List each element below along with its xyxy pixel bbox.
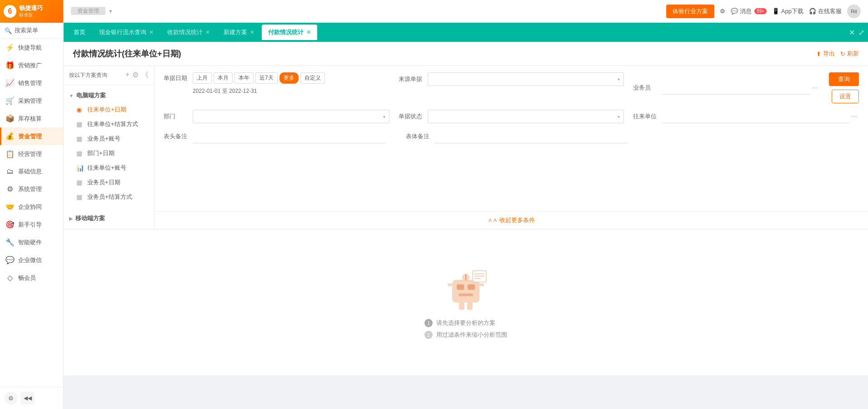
source-select-box[interactable]: ▾ — [428, 72, 624, 86]
status-select[interactable]: ▾ — [428, 110, 624, 123]
collapse-bar[interactable]: ∧∧ 收起更多条件 — [155, 211, 868, 229]
export-button[interactable]: ⬆ 导出 — [816, 50, 835, 58]
date-more-btn[interactable]: 更多 — [279, 72, 299, 84]
body-note-input[interactable] — [435, 130, 628, 143]
scheme-item-partner-date[interactable]: ◉ 往来单位+日期 — [64, 102, 154, 117]
scheme-desktop-header[interactable]: ▼ 电脑端方案 — [64, 89, 154, 102]
scheme-panel: 按以下方案查询 + ⚙ 《 ▼ 电脑端方案 ◉ 往来单位+日期 — [64, 66, 155, 229]
scheme-table-icon-3: ▦ — [76, 150, 84, 157]
scheme-item-partner-account[interactable]: 📊 往来单位+账号 — [64, 161, 154, 175]
sidebar-item-member[interactable]: ◇ 畅会员 — [0, 269, 63, 287]
enterprise-icon: 🤝 — [5, 202, 15, 211]
breadcrumb-path: 资金管理 — [71, 7, 105, 15]
sidebar-item-finance[interactable]: 💰 资金管理 — [0, 127, 63, 145]
guide-icon: 🎯 — [5, 220, 15, 229]
tab-receipt-stats-close[interactable]: ✕ — [205, 29, 210, 35]
tab-maximize-button[interactable]: ⤢ — [858, 28, 864, 37]
date-range-btns: 上月 本月 本年 近7天 更多 自定义 — [193, 72, 325, 84]
tab-payment-stats[interactable]: 付款情况统计 ✕ — [262, 25, 317, 40]
finance-icon: 💰 — [5, 132, 15, 141]
scheme-add-button[interactable]: + — [125, 71, 130, 80]
source-select[interactable]: ▾ — [428, 72, 624, 86]
staff-ellipsis[interactable]: ··· — [810, 84, 820, 92]
scheme-panel-header: 按以下方案查询 + ⚙ 《 — [64, 66, 154, 85]
dept-select[interactable]: ▾ — [193, 110, 389, 123]
sidebar-item-system[interactable]: ⚙ 系统管理 — [0, 180, 63, 198]
sidebar-item-sales[interactable]: 📈 销售管理 — [0, 74, 63, 92]
scheme-item-staff-date[interactable]: ▦ 业务员+日期 — [64, 175, 154, 190]
filter-layout: 按以下方案查询 + ⚙ 《 ▼ 电脑端方案 ◉ 往来单位+日期 — [64, 66, 868, 229]
sidebar-item-wechat[interactable]: 💬 企业微信 — [0, 251, 63, 269]
query-button[interactable]: 查询 — [829, 72, 859, 86]
scheme-item-staff-settlement[interactable]: ▦ 业务员+结算方式 — [64, 190, 154, 204]
body-note-label: 表体备注 — [406, 132, 431, 141]
quick-nav-icon: ⚡ — [5, 43, 15, 52]
scheme-item-dept-date[interactable]: ▦ 部门+日期 — [64, 146, 154, 161]
notification-button[interactable]: 💬 消息 99+ — [731, 7, 767, 15]
date-this-year-btn[interactable]: 本年 — [234, 72, 254, 84]
basic-icon: 🗂 — [5, 167, 15, 176]
search-icon: 🔍 — [5, 27, 12, 34]
scheme-mobile-header[interactable]: ▶ 移动端方案 — [64, 212, 154, 225]
tab-home[interactable]: 首页 — [67, 25, 92, 40]
sidebar-item-marketing[interactable]: 🎁 营销推广 — [0, 56, 63, 74]
app-download-button[interactable]: 📱 App下载 — [772, 7, 803, 15]
filter-partner-field: 往来单位 ··· — [633, 110, 859, 123]
date-last-7-btn[interactable]: 近7天 — [255, 72, 278, 84]
tab-receipt-stats[interactable]: 收款情况统计 ✕ — [161, 25, 216, 40]
refresh-button[interactable]: ↻ 刷新 — [840, 50, 859, 58]
tab-new-scheme[interactable]: 新建方案 ✕ — [217, 25, 261, 40]
partner-label: 往来单位 — [633, 112, 658, 121]
settings-button[interactable]: 设置 — [832, 90, 859, 103]
sidebar-item-hardware[interactable]: 🔧 智能硬件 — [0, 233, 63, 251]
sidebar-item-inventory[interactable]: 📦 库存核算 — [0, 110, 63, 127]
topbar-dropdown-icon[interactable]: ▾ — [109, 8, 112, 15]
dept-select-box[interactable]: ▾ — [193, 110, 389, 123]
scheme-table-icon-2: ▦ — [76, 135, 84, 142]
tabbar: 首页 现金银行流水查询 ✕ 收款情况统计 ✕ 新建方案 ✕ 付款情况统计 ✕ ✕… — [64, 23, 868, 42]
search-menu-item[interactable]: 🔍 搜索菜单 — [0, 23, 63, 39]
scheme-item-staff-account[interactable]: ▦ 业务员+账号 — [64, 131, 154, 146]
staff-input[interactable] — [662, 81, 810, 95]
svg-rect-2 — [468, 284, 475, 290]
scheme-table-icon-5: ▦ — [76, 193, 84, 201]
sidebar-item-basic[interactable]: 🗂 基础信息 — [0, 163, 63, 180]
date-this-month-btn[interactable]: 本月 — [214, 72, 233, 84]
logo-text: 畅捷通巧 标准版 — [19, 5, 43, 18]
tab-bank-flow[interactable]: 现金银行流水查询 ✕ — [93, 25, 160, 40]
filter-row-3: 表头备注 表体备注 — [164, 130, 859, 143]
topbar-settings-icon[interactable]: ⚙ — [720, 8, 725, 15]
header-note-input[interactable] — [193, 130, 386, 143]
status-select-arrow: ▾ — [618, 114, 620, 119]
footer-settings-button[interactable]: ⚙ — [5, 392, 17, 404]
filter-dept-field: 部门 ▾ — [164, 110, 389, 123]
page-content: 付款情况统计(往来单位+日期) ⬆ 导出 ↻ 刷新 按以下方案查询 + — [64, 42, 868, 409]
tab-close-all-button[interactable]: ✕ — [849, 28, 855, 37]
tab-new-scheme-close[interactable]: ✕ — [250, 29, 254, 35]
user-avatar[interactable]: Rit — [847, 5, 861, 18]
partner-ellipsis[interactable]: ··· — [849, 112, 859, 121]
date-last-month-btn[interactable]: 上月 — [193, 72, 212, 84]
sidebar-item-operation[interactable]: 📋 经营管理 — [0, 145, 63, 163]
source-select-arrow: ▾ — [618, 77, 620, 82]
sidebar-collapse-button[interactable]: ◀◀ — [21, 392, 35, 404]
sidebar-item-quick-nav[interactable]: ⚡ 快捷导航 — [0, 39, 63, 56]
header-note-input-area — [193, 130, 386, 143]
sidebar-item-purchase[interactable]: 🛒 采购管理 — [0, 92, 63, 110]
online-service-button[interactable]: 🎧 在线客服 — [809, 7, 842, 15]
sidebar-item-enterprise[interactable]: 🤝 企业协同 — [0, 198, 63, 216]
tab-bank-flow-close[interactable]: ✕ — [149, 29, 154, 35]
purchase-icon: 🛒 — [5, 96, 15, 105]
scheme-item-partner-settlement[interactable]: ▦ 往来单位+结算方式 — [64, 117, 154, 131]
tab-payment-stats-close[interactable]: ✕ — [306, 29, 311, 35]
partner-input[interactable] — [662, 110, 849, 123]
scheme-settings-button[interactable]: ⚙ — [132, 71, 139, 80]
scheme-collapse-button[interactable]: 《 — [141, 71, 149, 80]
page-header-actions: ⬆ 导出 ↻ 刷新 — [816, 50, 859, 58]
date-custom-btn[interactable]: 自定义 — [300, 72, 325, 84]
tip-num-2: 2 — [424, 331, 433, 339]
sidebar-item-guide[interactable]: 🎯 新手引导 — [0, 216, 63, 233]
status-select-box[interactable]: ▾ — [428, 110, 624, 123]
industry-solution-button[interactable]: 体验行业方案 — [666, 5, 714, 18]
scheme-desktop-arrow: ▼ — [69, 93, 74, 98]
